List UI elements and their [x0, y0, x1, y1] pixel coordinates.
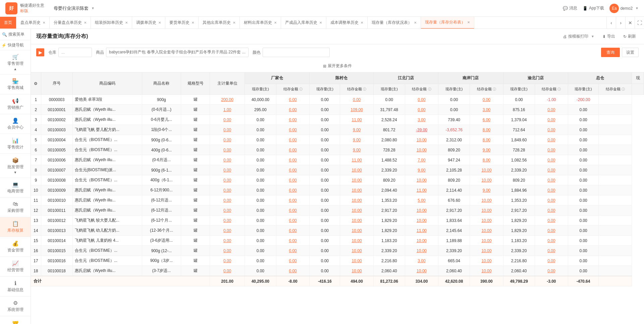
cell-chen-stock[interactable]: 0.00 — [276, 205, 309, 216]
tab-close-icon[interactable]: ✕ — [319, 21, 322, 25]
chen-balance-info-icon[interactable]: ⓘ — [363, 87, 366, 91]
jb-balance-info-icon[interactable]: ⓘ — [428, 87, 431, 91]
sidebar-item-finance[interactable]: 💰 资金管理 — [0, 237, 31, 257]
cell-jb-stock[interactable]: 10.00 — [340, 246, 373, 256]
cell-total-stock[interactable]: 0.00 — [535, 155, 568, 165]
cell-total-stock[interactable]: 0.00 — [535, 256, 568, 266]
sidebar-item-retail-mall[interactable]: 🏪 零售商城 — [0, 75, 31, 94]
nav-close-current-btn[interactable]: ✕ — [625, 17, 635, 29]
tab-close-icon[interactable]: ✕ — [467, 20, 470, 24]
tab-other-outbound-history[interactable]: 其他出库单历史 ✕ — [199, 17, 240, 29]
cell-fac-stock[interactable]: 0.00 — [210, 226, 245, 236]
cell-jb-stock[interactable]: 10.00 — [340, 236, 373, 246]
cell-yb-stock[interactable]: 3.00 — [470, 105, 503, 115]
cell-nb-stock[interactable]: 0.00 — [405, 105, 438, 115]
cell-chen-stock[interactable]: 0.00 — [276, 125, 309, 135]
cell-jb-stock[interactable]: 11.00 — [340, 155, 373, 165]
cell-nb-stock[interactable]: 3.00 — [405, 115, 438, 125]
cell-yb-stock[interactable]: 10.00 — [470, 216, 503, 226]
cell-nb-stock[interactable]: 3.00 — [405, 256, 438, 266]
cell-yb-stock[interactable]: 10.00 — [470, 226, 503, 236]
cell-chen-stock[interactable]: 0.00 — [276, 105, 309, 115]
cell-nb-stock[interactable]: 10.00 — [405, 205, 438, 216]
cell-fac-stock[interactable]: 1.00 — [210, 105, 245, 115]
cell-total-stock[interactable]: 0.00 — [535, 226, 568, 236]
cell-jb-stock[interactable]: 109.00 — [340, 105, 373, 115]
cell-fac-stock[interactable]: 0.00 — [210, 185, 245, 195]
cell-nb-stock[interactable]: 10.00 — [405, 246, 438, 256]
query-btn[interactable]: 查询 — [601, 48, 620, 57]
settings-btn[interactable]: 设置 — [622, 48, 639, 57]
nav-fullscreen-btn[interactable]: ⛶ — [635, 17, 644, 29]
expand-more-btn[interactable]: ⊞ 展开更多条件 — [36, 63, 639, 69]
cell-yb-stock[interactable]: 10.00 — [470, 205, 503, 216]
sidebar-item-retail-mgmt[interactable]: 🛒 零售管理 ▲ — [0, 50, 31, 75]
cell-fac-stock[interactable]: 0.00 — [210, 195, 245, 205]
tab-close-icon[interactable]: ✕ — [192, 21, 194, 25]
cell-total-stock[interactable]: 0.00 — [535, 236, 568, 246]
cell-nb-stock[interactable]: 5.00 — [405, 195, 438, 205]
sidebar-item-inventory[interactable]: 📋 库存核算 — [0, 217, 31, 237]
tab-close-icon[interactable]: ✕ — [274, 21, 277, 25]
cell-total-stock[interactable]: 0.00 — [535, 175, 568, 185]
cell-total-stock[interactable]: 0.00 — [535, 145, 568, 155]
cell-fac-stock[interactable]: 0.00 — [210, 135, 245, 145]
tab-close-icon[interactable]: ✕ — [125, 21, 128, 25]
filter-expand-btn[interactable]: ▶ — [36, 48, 44, 56]
cell-yb-stock[interactable]: 10.00 — [470, 256, 503, 266]
tab-close-icon[interactable]: ✕ — [361, 21, 363, 25]
cell-chen-stock[interactable]: 0.00 — [276, 195, 309, 205]
tab-requisition-history[interactable]: 要货单历史 ✕ — [165, 17, 199, 29]
cell-fac-stock[interactable]: 200.00 — [210, 95, 245, 105]
tab-inventory-history[interactable]: 盘点单历史 ✕ — [16, 17, 50, 29]
cell-fac-stock[interactable]: 0.00 — [210, 115, 245, 125]
nav-prev-btn[interactable]: ‹ — [606, 17, 616, 29]
cell-total-stock[interactable]: 0.00 — [535, 115, 568, 125]
cell-jb-stock[interactable]: 10.00 — [340, 175, 373, 185]
total-balance-info-icon[interactable]: ⓘ — [622, 87, 625, 91]
sidebar-item-ecommerce[interactable]: 💻 电商管理 — [0, 178, 31, 198]
cell-chen-stock[interactable]: 0.00 — [276, 185, 309, 195]
sidebar-search-item[interactable]: 🔍 搜索英单 — [0, 29, 31, 40]
tab-cost-adjust-history[interactable]: 成本调整单历史 ✕ — [326, 17, 368, 29]
cell-chen-stock[interactable]: 0.00 — [276, 175, 309, 185]
tab-close-icon[interactable]: ✕ — [233, 21, 235, 25]
cell-yb-stock[interactable]: 10.00 — [470, 246, 503, 256]
cell-fac-stock[interactable]: 0.00 — [210, 266, 245, 276]
cell-nb-stock[interactable]: 10.00 — [405, 216, 438, 226]
cell-yb-stock[interactable]: 10.00 — [470, 266, 503, 276]
nb-balance-info-icon[interactable]: ⓘ — [493, 87, 496, 91]
cell-fac-stock[interactable]: 0.00 — [210, 216, 245, 226]
cell-yb-stock[interactable]: 10.00 — [470, 236, 503, 246]
cell-yb-stock[interactable]: 6.00 — [470, 115, 503, 125]
sidebar-nav-item[interactable]: ⚡ 快捷导航 — [0, 40, 31, 50]
cell-chen-stock[interactable]: 0.00 — [276, 135, 309, 145]
cell-total-stock[interactable]: 0.00 — [535, 185, 568, 195]
sidebar-item-basic-info[interactable]: ℹ 基础信息 — [0, 277, 31, 296]
cell-jb-stock[interactable]: 10.00 — [340, 165, 373, 175]
cell-total-stock[interactable]: 0.00 — [535, 266, 568, 276]
cell-total-stock[interactable]: 0.00 — [535, 195, 568, 205]
cell-jb-stock[interactable]: 10.00 — [340, 256, 373, 266]
cell-nb-stock[interactable]: 9.00 — [405, 165, 438, 175]
cell-chen-stock[interactable]: 0.00 — [276, 155, 309, 165]
cell-yb-stock[interactable]: 9.00 — [470, 185, 503, 195]
cell-fac-stock[interactable]: 0.00 — [210, 125, 245, 135]
cell-jb-stock[interactable]: 10.00 — [340, 216, 373, 226]
cell-total-stock[interactable]: 0.00 — [535, 165, 568, 175]
cell-jb-stock[interactable]: 10.00 — [340, 266, 373, 276]
cell-jb-stock[interactable]: 10.00 — [340, 195, 373, 205]
cell-yb-stock[interactable]: 0.00 — [470, 95, 503, 105]
cell-nb-stock[interactable]: 10.00 — [405, 175, 438, 185]
cell-chen-stock[interactable]: 0.00 — [276, 246, 309, 256]
cell-nb-stock[interactable]: 10.00 — [405, 135, 438, 145]
cell-yb-stock[interactable]: 9.00 — [470, 145, 503, 155]
product-input[interactable]: babycare孕妇待产包 春季入院全套母子组合孕妇产后冬季月子用品 22件套 … — [106, 48, 249, 57]
cell-yb-stock[interactable]: 8.00 — [470, 135, 503, 145]
sidebar-item-wholesale-mgmt[interactable]: 📦 批发管理 ▼ — [0, 154, 31, 178]
fac-balance-info-icon[interactable]: ⓘ — [299, 87, 303, 91]
tab-sub-inventory-history[interactable]: 分量盘点单历史 ✕ — [50, 17, 91, 29]
cell-chen-stock[interactable]: 0.00 — [276, 216, 309, 226]
cell-chen-stock[interactable]: 0.00 — [276, 95, 309, 105]
cell-yb-stock[interactable]: 10.00 — [470, 165, 503, 175]
